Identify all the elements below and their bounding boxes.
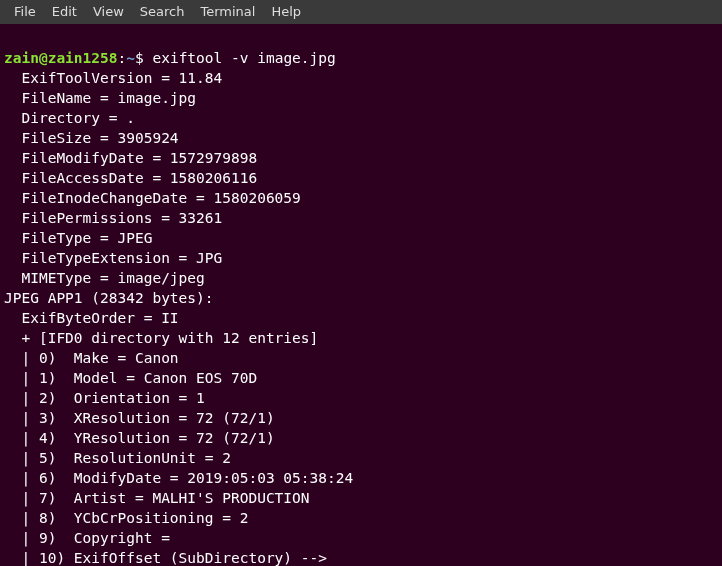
- output-line: | 0) Make = Canon: [4, 350, 179, 366]
- prompt-host: zain1258: [48, 50, 118, 66]
- output-line: | 8) YCbCrPositioning = 2: [4, 510, 248, 526]
- output-line: ExifByteOrder = II: [4, 310, 179, 326]
- output-line: | 6) ModifyDate = 2019:05:03 05:38:24: [4, 470, 353, 486]
- output-line: | 9) Copyright =: [4, 530, 170, 546]
- prompt-dollar: $: [135, 50, 144, 66]
- output-line: FileTypeExtension = JPG: [4, 250, 222, 266]
- menu-help[interactable]: Help: [263, 2, 309, 22]
- output-line: MIMEType = image/jpeg: [4, 270, 205, 286]
- terminal-output[interactable]: zain@zain1258:~$ exiftool -v image.jpg E…: [0, 24, 722, 566]
- menubar: File Edit View Search Terminal Help: [0, 0, 722, 24]
- prompt-path: ~: [126, 50, 135, 66]
- output-line: FileType = JPEG: [4, 230, 152, 246]
- output-line: ExifToolVersion = 11.84: [4, 70, 222, 86]
- output-line: | 4) YResolution = 72 (72/1): [4, 430, 275, 446]
- output-line: FileSize = 3905924: [4, 130, 179, 146]
- command-text: exiftool -v image.jpg: [152, 50, 335, 66]
- output-line: | 10) ExifOffset (SubDirectory) -->: [4, 550, 327, 566]
- output-line: | 3) XResolution = 72 (72/1): [4, 410, 275, 426]
- output-line: + [IFD0 directory with 12 entries]: [4, 330, 318, 346]
- prompt-colon: :: [118, 50, 127, 66]
- menu-file[interactable]: File: [6, 2, 44, 22]
- output-line: FileName = image.jpg: [4, 90, 196, 106]
- menu-edit[interactable]: Edit: [44, 2, 85, 22]
- menu-search[interactable]: Search: [132, 2, 193, 22]
- output-line: JPEG APP1 (28342 bytes):: [4, 290, 214, 306]
- output-line: | 5) ResolutionUnit = 2: [4, 450, 231, 466]
- menu-terminal[interactable]: Terminal: [192, 2, 263, 22]
- prompt-at: @: [39, 50, 48, 66]
- prompt-user: zain: [4, 50, 39, 66]
- output-line: FileModifyDate = 1572979898: [4, 150, 257, 166]
- output-line: FilePermissions = 33261: [4, 210, 222, 226]
- output-line: FileAccessDate = 1580206116: [4, 170, 257, 186]
- output-line: | 1) Model = Canon EOS 70D: [4, 370, 257, 386]
- output-line: | 7) Artist = MALHI'S PRODUCTION: [4, 490, 310, 506]
- menu-view[interactable]: View: [85, 2, 132, 22]
- output-line: Directory = .: [4, 110, 135, 126]
- output-line: | 2) Orientation = 1: [4, 390, 205, 406]
- output-line: FileInodeChangeDate = 1580206059: [4, 190, 301, 206]
